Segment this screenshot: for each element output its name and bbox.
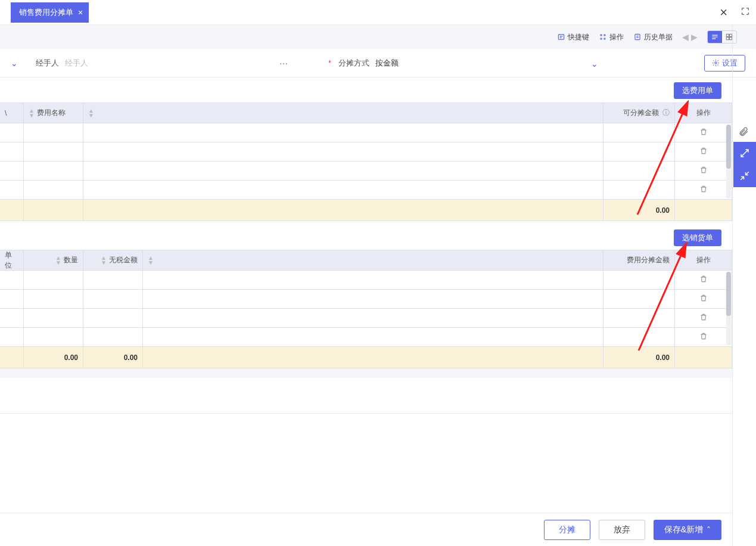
sales-table-head: 单位 ▲▼数量 ▲▼无税金额 ▲▼ 费用分摊金额 操作 [0,250,732,271]
main-area: 选费用单 \ ▲▼费用名称 ▲▼ 可分摊金额ⓘ 操作 0.00 [0,77,732,513]
expense-table-head: \ ▲▼费用名称 ▲▼ 可分摊金额ⓘ 操作 [0,103,732,123]
next-record-icon[interactable]: ▶ [691,32,698,42]
history-link[interactable]: 历史单据 [633,32,673,42]
sales-table: 单位 ▲▼数量 ▲▼无税金额 ▲▼ 费用分摊金额 操作 0.00 0.00 [0,250,732,368]
delete-icon[interactable] [699,313,708,323]
svg-point-10 [715,62,717,64]
more-icon[interactable]: ⋯ [279,59,288,69]
save-new-button[interactable]: 保存&新增 ˄ [654,520,721,540]
col-alloc-amount[interactable]: 费用分摊金额 [603,250,675,271]
delete-icon[interactable] [699,275,708,285]
sum-notax: 0.00 [124,353,138,362]
expense-sum-row: 0.00 [0,200,732,221]
tab-title: 销售费用分摊单 [19,7,73,18]
tab-close-icon[interactable]: × [78,8,83,17]
expand-in-icon[interactable] [733,165,756,187]
scrollbar[interactable] [726,272,731,346]
table-row[interactable] [0,181,732,200]
delete-icon[interactable] [699,147,708,157]
fullscreen-icon[interactable] [741,7,750,18]
table-row[interactable] [0,290,732,309]
handler-placeholder: 经手人 [65,58,88,67]
right-rail [732,25,756,546]
footer: 分摊 放弃 保存&新增 ˄ [0,513,732,546]
close-icon[interactable]: × [717,5,730,20]
delete-icon[interactable] [699,166,708,176]
svg-point-2 [604,35,605,36]
select-sales-button[interactable]: 选销货单 [674,229,721,246]
svg-point-4 [604,38,605,39]
col-blank2[interactable]: ▲▼ [143,250,603,271]
form-row: ⌄ 经手人 经手人 ⋯ * 分摊方式 按金额 ⌄ 设置 [0,49,756,77]
delete-icon[interactable] [699,294,708,304]
toolbar: 快捷键 操作 历史单据 ◀ ▶ [0,25,756,49]
svg-rect-6 [726,34,729,36]
svg-rect-0 [558,35,564,39]
shortcut-label: 快捷键 [568,32,589,42]
tab-sales-expense-allocation[interactable]: 销售费用分摊单 × [11,2,89,23]
handler-label: 经手人 [36,58,59,69]
method-select[interactable]: 按金额 ⌄ [375,58,602,69]
table-row[interactable] [0,123,732,142]
scrollbar[interactable] [726,125,731,198]
chevron-up-icon: ˄ [707,525,711,535]
save-new-label: 保存&新增 [664,525,703,535]
col-blank[interactable]: ▲▼ [83,103,603,123]
tab-bar: 销售费用分摊单 × × [0,0,756,25]
svg-point-1 [601,35,602,36]
allocate-button[interactable]: 分摊 [544,520,590,540]
col-qty[interactable]: ▲▼数量 [24,250,83,271]
method-value: 按金额 [375,58,399,67]
abandon-button[interactable]: 放弃 [599,520,645,540]
col-allocatable-amount[interactable]: 可分摊金额ⓘ [603,103,675,123]
history-label: 历史单据 [644,32,673,42]
expense-sum-amount: 0.00 [656,206,670,215]
method-field: * 分摊方式 按金额 ⌄ [328,58,602,69]
delete-icon[interactable] [699,128,708,138]
record-nav: ◀ ▶ [682,32,698,42]
method-label: 分摊方式 [338,58,369,69]
handler-input[interactable]: 经手人 ⋯ [65,58,291,69]
tabbar-right: × [717,5,750,20]
expand-out-icon[interactable] [733,142,756,165]
delete-icon[interactable] [699,332,708,342]
table-row[interactable] [0,271,732,290]
operate-label: 操作 [609,32,624,42]
view-list-icon[interactable] [708,31,722,43]
sum-alloc: 0.00 [656,353,670,362]
svg-point-3 [601,38,602,39]
col-notax[interactable]: ▲▼无税金额 [83,250,143,271]
svg-rect-8 [726,38,729,40]
col-expense-name[interactable]: ▲▼费用名称 [24,103,83,123]
expense-table: \ ▲▼费用名称 ▲▼ 可分摊金额ⓘ 操作 0.00 [0,103,732,221]
col-corner: \ [0,103,24,123]
info-icon[interactable]: ⓘ [662,108,670,118]
sum-qty: 0.00 [64,353,78,362]
table-row[interactable] [0,162,732,181]
operate-link[interactable]: 操作 [599,32,624,42]
col-op2: 操作 [675,250,732,271]
shortcut-link[interactable]: 快捷键 [557,32,589,42]
collapse-icon[interactable]: ⌄ [11,58,23,68]
col-unit: 单位 [0,250,24,271]
attachment-icon[interactable] [738,126,751,139]
prev-record-icon[interactable]: ◀ [682,32,689,42]
table-row[interactable] [0,309,732,328]
delete-icon[interactable] [699,185,708,195]
chevron-down-icon[interactable]: ⌄ [591,59,598,69]
handler-field: 经手人 经手人 ⋯ [36,58,291,69]
col-op: 操作 [675,103,732,123]
select-expense-button[interactable]: 选费用单 [674,82,721,99]
sales-sum-row: 0.00 0.00 0.00 [0,347,732,368]
table-row[interactable] [0,142,732,162]
table-row[interactable] [0,328,732,347]
